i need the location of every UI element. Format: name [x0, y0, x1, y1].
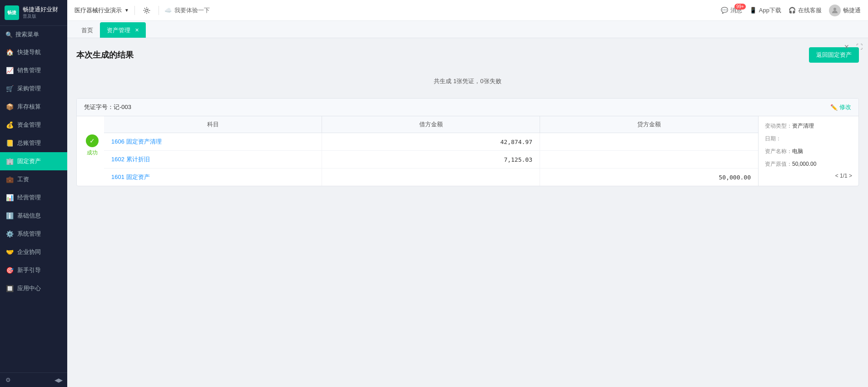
experience-button[interactable]: ☁️ 我要体验一下: [164, 6, 210, 15]
operations-icon: 📊: [5, 194, 14, 202]
customer-service-button[interactable]: 🎧 在线客服: [789, 6, 822, 15]
purchase-icon: 🛒: [5, 84, 14, 93]
subject-cell-3[interactable]: 1601 固定资产: [104, 169, 322, 186]
svg-point-1: [833, 8, 836, 10]
edit-voucher-button[interactable]: ✏️ 修改: [830, 103, 851, 111]
success-label: 成功: [87, 149, 98, 157]
chevron-down-icon: ▼: [124, 8, 129, 13]
sidebar-item-sales[interactable]: 📈 销售管理: [0, 61, 67, 79]
asset-name-label: 资产名称：: [765, 147, 792, 155]
user-profile[interactable]: 畅捷通: [829, 5, 861, 16]
voucher-content: ✓ 成功 科目 借方金额 贷方金额 1606 固定资产清理: [77, 116, 858, 186]
sidebar-item-payroll[interactable]: 💼 工资: [0, 170, 67, 189]
sidebar-nav: 🏠 快捷导航 📈 销售管理 🛒 采购管理 📦 库存核算 💰 资金管理 📒 总账管…: [0, 43, 67, 372]
pagination[interactable]: < 1/1 >: [765, 173, 852, 179]
sales-icon: 📈: [5, 66, 14, 74]
settings-footer-icon[interactable]: ⚙: [5, 377, 11, 383]
tab-close-icon[interactable]: ✕: [135, 27, 139, 33]
sidebar-item-guide[interactable]: 🎯 新手引导: [0, 261, 67, 279]
sidebar-item-fixed-assets[interactable]: 🏢 固定资产: [0, 152, 67, 170]
table-row: 1601 固定资产 50,000.00: [104, 169, 758, 186]
app-download-icon: 📱: [749, 7, 757, 14]
debit-cell-3: [322, 169, 540, 186]
sidebar-item-ledger[interactable]: 📒 总账管理: [0, 134, 67, 152]
edit-icon: ✏️: [830, 104, 838, 111]
debit-cell-1: 42,874.97: [322, 133, 540, 150]
notification-icon: 💬: [721, 7, 728, 14]
col-subject: 科目: [104, 116, 322, 133]
subject-cell-2[interactable]: 1602 累计折旧: [104, 151, 322, 168]
tabbar: 首页 资产管理 ✕: [67, 21, 868, 38]
subject-cell-1[interactable]: 1606 固定资产清理: [104, 133, 322, 150]
avatar: [829, 5, 841, 16]
tab-assets-label: 资产管理: [107, 26, 130, 35]
expand-panel-button[interactable]: ⛶: [854, 42, 864, 52]
guide-icon: 🎯: [5, 266, 14, 274]
experience-icon: ☁️: [164, 7, 172, 14]
voucher-status-area: ✓ 成功: [77, 116, 104, 186]
payroll-icon: 💼: [5, 175, 14, 184]
ledger-icon: 📒: [5, 139, 14, 147]
tab-home[interactable]: 首页: [74, 22, 100, 38]
main-area: 医疗器械行业演示 ▼ ☁️ 我要体验一下 💬 消息 99+: [67, 0, 868, 387]
sidebar-item-system[interactable]: ⚙️ 系统管理: [0, 225, 67, 243]
sidebar-item-enterprise[interactable]: 🤝 企业协同: [0, 243, 67, 261]
voucher-card: 凭证字号：记-003 ✏️ 修改 ✓ 成功 科目: [76, 98, 859, 186]
asset-value-value: 50,000.00: [792, 160, 816, 168]
notification-button[interactable]: 💬 消息 99+: [721, 6, 742, 15]
asset-value-row: 资产原值： 50,000.00: [765, 160, 852, 168]
customer-service-icon: 🎧: [789, 7, 796, 14]
basic-info-icon: ℹ️: [5, 212, 14, 220]
app-logo: 畅捷: [5, 5, 19, 20]
change-type-label: 变动类型：: [765, 122, 792, 130]
finance-icon: 💰: [5, 121, 14, 129]
table-row: 1602 累计折旧 7,125.03: [104, 151, 758, 169]
debit-cell-2: 7,125.03: [322, 151, 540, 168]
credit-cell-3: 50,000.00: [540, 169, 758, 186]
page-header: 本次生成的结果 返回固定资产: [76, 47, 859, 63]
success-icon: ✓: [86, 134, 99, 147]
sidebar-item-inventory[interactable]: 📦 库存核算: [0, 98, 67, 116]
system-icon: ⚙️: [5, 230, 14, 238]
tab-home-label: 首页: [81, 26, 93, 35]
close-panel-button[interactable]: ✕: [842, 42, 852, 52]
asset-name-row: 资产名称： 电脑: [765, 147, 852, 155]
company-selector[interactable]: 医疗器械行业演示 ▼: [74, 6, 129, 15]
col-credit: 贷方金额: [540, 116, 758, 133]
sidebar-scroll-control[interactable]: ◀▶: [55, 377, 62, 383]
sidebar-header: 畅捷 畅捷通好业财 普及版: [0, 0, 67, 26]
topbar: 医疗器械行业演示 ▼ ☁️ 我要体验一下 💬 消息 99+: [67, 0, 868, 21]
change-type-row: 变动类型： 资产清理: [765, 122, 852, 130]
change-type-value: 资产清理: [792, 122, 814, 130]
topbar-left: 医疗器械行业演示 ▼ ☁️ 我要体验一下: [74, 4, 210, 17]
sidebar-item-finance[interactable]: 💰 资金管理: [0, 116, 67, 134]
panel-controls: ✕ ⛶: [842, 42, 864, 52]
voucher-table: 科目 借方金额 贷方金额 1606 固定资产清理 42,874.97: [104, 116, 759, 186]
sidebar-item-basic-info[interactable]: ℹ️ 基础信息: [0, 207, 67, 225]
page-title: 本次生成的结果: [76, 50, 134, 60]
search-menu[interactable]: 🔍 搜索菜单: [0, 26, 67, 43]
sidebar-item-quick-nav[interactable]: 🏠 快捷导航: [0, 43, 67, 61]
result-summary: 共生成 1张凭证，0张失败: [76, 72, 859, 91]
company-name: 医疗器械行业演示: [74, 6, 122, 15]
brand-name: 畅捷通好业财: [23, 6, 58, 14]
topbar-right: 💬 消息 99+ 📱 App下载 🎧 在线客服 畅捷通: [721, 5, 861, 16]
edition-label: 普及版: [23, 13, 58, 20]
sidebar-item-operations[interactable]: 📊 经营管理: [0, 189, 67, 207]
side-info-panel: 变动类型： 资产清理 日期： 资产名称： 电脑 资产原值： 50,000.00: [759, 116, 858, 186]
table-row: 1606 固定资产清理 42,874.97: [104, 133, 758, 151]
credit-cell-1: [540, 133, 758, 150]
table-header: 科目 借方金额 贷方金额: [104, 116, 758, 133]
asset-name-value: 电脑: [792, 147, 803, 155]
sidebar-item-app-center[interactable]: 🔲 应用中心: [0, 279, 67, 298]
settings-button[interactable]: [140, 4, 153, 17]
app-center-icon: 🔲: [5, 284, 14, 293]
tab-assets[interactable]: 资产管理 ✕: [100, 22, 146, 38]
asset-value-label: 资产原值：: [765, 160, 792, 168]
col-debit: 借方金额: [322, 116, 540, 133]
sidebar-item-purchase[interactable]: 🛒 采购管理: [0, 79, 67, 98]
app-download-button[interactable]: 📱 App下载: [749, 6, 781, 15]
credit-cell-2: [540, 151, 758, 168]
enterprise-icon: 🤝: [5, 248, 14, 256]
voucher-header: 凭证字号：记-003 ✏️ 修改: [77, 99, 858, 116]
